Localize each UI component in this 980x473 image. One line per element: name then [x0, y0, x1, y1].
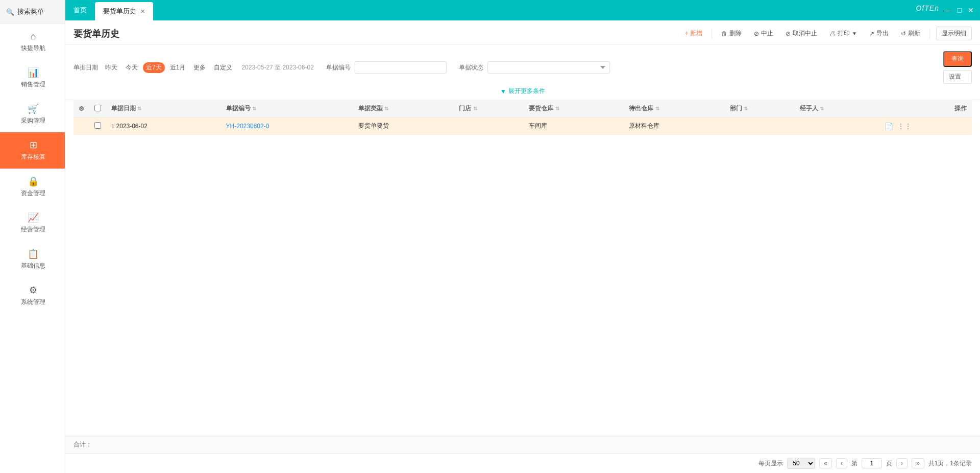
doc-no-label: 单据编号 [326, 63, 351, 72]
sidebar-item-operations[interactable]: 📈 经营管理 [0, 205, 65, 241]
date-btn-yesterday[interactable]: 昨天 [102, 62, 120, 73]
col-settings[interactable]: ⚙ [74, 100, 89, 117]
page-content: 要货单历史 + 新增 🗑 删除 ⊘ 中止 ⊘ 取消中止 [65, 20, 980, 473]
date-btn-7days[interactable]: 近7天 [143, 62, 165, 73]
row-more-icon[interactable]: ⋮⋮ [897, 122, 912, 130]
filter-area: 单据日期 昨天 今天 近7天 近1月 更多 自定义 2023-05-27 至 2… [65, 45, 980, 100]
date-btn-custom[interactable]: 自定义 [211, 62, 235, 73]
row-checkbox [89, 117, 106, 135]
base-icon: 📋 [28, 248, 39, 259]
sidebar-search[interactable]: 🔍 搜索菜单 [0, 0, 65, 24]
select-all-checkbox[interactable] [94, 105, 101, 111]
page-number-input[interactable] [862, 458, 882, 468]
export-button[interactable]: ↗ 导出 [866, 27, 892, 40]
tab-home-label: 首页 [74, 6, 87, 15]
expand-more[interactable]: ▼ 展开更多条件 [74, 87, 972, 96]
col-req-warehouse[interactable]: 要货仓库 ⇅ [524, 100, 624, 117]
col-doc-type[interactable]: 单据类型 ⇅ [353, 100, 454, 117]
minimize-icon[interactable]: — [944, 6, 951, 14]
maximize-icon[interactable]: □ [958, 6, 962, 14]
sidebar-item-label: 经营管理 [21, 225, 45, 234]
stop-button[interactable]: ⊘ 中止 [751, 27, 776, 40]
table-header-row: ⚙ 单据日期 ⇅ 单据编号 ⇅ 单据类型 ⇅ [74, 100, 972, 117]
row-department [725, 117, 795, 135]
status-select[interactable] [487, 61, 610, 74]
purchase-icon: 🛒 [28, 103, 39, 114]
stop-icon: ⊘ [754, 30, 759, 37]
toolbar: + 新增 🗑 删除 ⊘ 中止 ⊘ 取消中止 🖨 [682, 27, 972, 40]
row-doc-no: YH-20230602-0 [221, 117, 353, 135]
sidebar-item-label: 采购管理 [21, 116, 45, 125]
show-detail-label: 显示明细 [942, 29, 966, 38]
delete-icon: 🗑 [721, 30, 727, 37]
sort-icon7: ⇅ [744, 106, 748, 111]
date-btn-today[interactable]: 今天 [122, 62, 141, 73]
sidebar-item-label: 库存核算 [21, 153, 45, 161]
last-page-button[interactable]: » [912, 458, 924, 468]
table-body: 1 2023-06-02 YH-20230602-0 要货单要货 车间库 原材料… [74, 117, 972, 135]
row-handler [795, 117, 880, 135]
row-num: 1 2023-06-02 [106, 117, 221, 135]
print-button[interactable]: 🖨 打印 ▼ [826, 27, 860, 40]
settings-button[interactable]: 设置 [943, 70, 972, 84]
pagination: 每页显示 50 100 200 « ‹ 第 页 › » 共1页，1条记录 [65, 453, 980, 473]
system-icon: ⚙ [29, 285, 37, 296]
home-icon: ⌂ [31, 31, 36, 42]
doc-no-input[interactable] [355, 61, 447, 74]
col-store[interactable]: 门店 ⇅ [454, 100, 524, 117]
cancel-stop-button[interactable]: ⊘ 取消中止 [782, 27, 820, 40]
sort-icon3: ⇅ [384, 106, 388, 111]
tab-home[interactable]: 首页 [65, 0, 95, 20]
row-actions: 📄 ⋮⋮ [879, 117, 972, 135]
refresh-label: 刷新 [908, 29, 920, 38]
query-button[interactable]: 查询 [943, 51, 972, 67]
print-label: 打印 [838, 29, 850, 38]
next-page-button[interactable]: › [896, 458, 908, 468]
col-doc-no[interactable]: 单据编号 ⇅ [221, 100, 353, 117]
status-label: 单据状态 [459, 63, 483, 72]
doc-no-link[interactable]: YH-20230602-0 [226, 123, 270, 130]
sidebar: 🔍 搜索菜单 ⌂ 快捷导航 📊 销售管理 🛒 采购管理 ⊞ 库存核算 🔒 资金管… [0, 0, 65, 473]
new-button[interactable]: + 新增 [682, 27, 705, 40]
table-row: 1 2023-06-02 YH-20230602-0 要货单要货 车间库 原材料… [74, 117, 972, 135]
filter-row: 单据日期 昨天 今天 近7天 近1月 更多 自定义 2023-05-27 至 2… [74, 51, 972, 84]
date-btn-month[interactable]: 近1月 [167, 62, 189, 73]
print-chevron-icon: ▼ [852, 31, 857, 36]
sidebar-item-base[interactable]: 📋 基础信息 [0, 241, 65, 277]
sidebar-item-sales[interactable]: 📊 销售管理 [0, 60, 65, 96]
first-page-button[interactable]: « [819, 458, 832, 468]
page-suffix: 页 [886, 459, 892, 468]
col-doc-date[interactable]: 单据日期 ⇅ [106, 100, 221, 117]
show-detail-button[interactable]: 显示明细 [936, 27, 972, 40]
sidebar-item-system[interactable]: ⚙ 系统管理 [0, 277, 65, 314]
row-edit-icon[interactable]: 📄 [885, 122, 893, 130]
page-size-select[interactable]: 50 100 200 [787, 458, 815, 469]
main-content: 首页 要货单历史 ✕ OfTEn — □ ✕ 要货单历史 + 新增 [65, 0, 980, 473]
sidebar-item-inventory[interactable]: ⊞ 库存核算 [0, 132, 65, 169]
row-select-checkbox[interactable] [94, 122, 101, 129]
col-department[interactable]: 部门 ⇅ [725, 100, 795, 117]
sidebar-search-label: 搜索菜单 [17, 7, 44, 16]
operations-icon: 📈 [28, 212, 39, 223]
tab-requisition-history[interactable]: 要货单历史 ✕ [95, 2, 153, 20]
date-btn-more[interactable]: 更多 [190, 62, 209, 73]
print-icon: 🖨 [829, 30, 836, 37]
sidebar-item-finance[interactable]: 🔒 资金管理 [0, 169, 65, 205]
sidebar-item-purchase[interactable]: 🛒 采购管理 [0, 96, 65, 132]
refresh-icon: ↺ [901, 30, 906, 37]
export-label: 导出 [876, 29, 889, 38]
inventory-icon: ⊞ [30, 139, 37, 151]
delete-button[interactable]: 🗑 删除 [718, 27, 745, 40]
sidebar-item-quick-nav[interactable]: ⌂ 快捷导航 [0, 24, 65, 60]
tab-close-icon[interactable]: ✕ [140, 8, 145, 15]
col-pending-warehouse[interactable]: 待出仓库 ⇅ [624, 100, 725, 117]
col-handler[interactable]: 经手人 ⇅ [795, 100, 880, 117]
close-icon[interactable]: ✕ [968, 6, 974, 14]
table-area: ⚙ 单据日期 ⇅ 单据编号 ⇅ 单据类型 ⇅ [65, 100, 980, 436]
page-header: 要货单历史 + 新增 🗑 删除 ⊘ 中止 ⊘ 取消中止 [65, 20, 980, 45]
prev-page-button[interactable]: ‹ [836, 458, 847, 468]
refresh-button[interactable]: ↺ 刷新 [898, 27, 923, 40]
window-controls: — □ ✕ [944, 6, 980, 14]
filter-actions: 查询 设置 [943, 51, 972, 84]
row-settings [74, 117, 89, 135]
